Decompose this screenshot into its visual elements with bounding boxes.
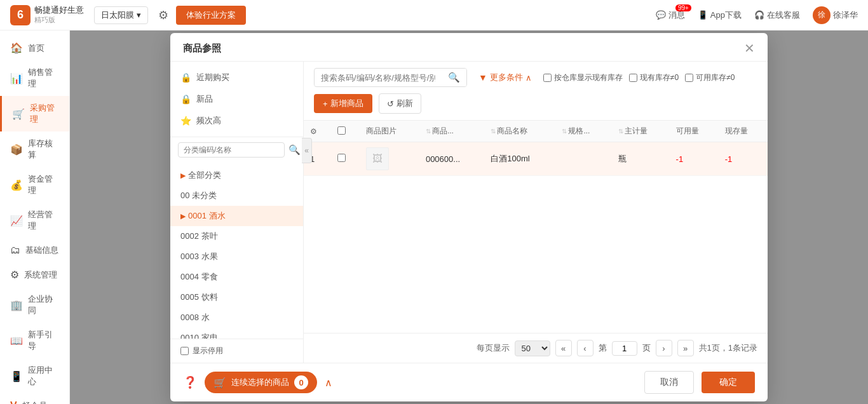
tab-recent-label: 近期购买	[196, 72, 229, 83]
show-disabled-checkbox[interactable]	[180, 347, 189, 355]
page-label: 第	[599, 342, 607, 354]
col-unit-sort-icon: ⇅	[618, 128, 623, 135]
tab-recent[interactable]: 🔒 近期购买	[170, 67, 303, 88]
filter-btn[interactable]: ▼ 更多条件 ∧	[473, 69, 537, 86]
col-spec-sort-icon: ⇅	[562, 128, 567, 135]
vip-icon: V	[10, 400, 17, 404]
checkbox-usable[interactable]	[685, 74, 693, 82]
checkbox-stock[interactable]	[543, 74, 552, 82]
category-search-input[interactable]	[178, 142, 285, 158]
modal-left-tabs: 🔒 近期购买 🔒 新品 ⭐ 频次高	[170, 62, 303, 137]
nav-right: 💬 消息 99+ 📱 App下载 🎧 在线客服 徐 徐泽华	[656, 6, 858, 24]
cat-0005[interactable]: 0005 饮料	[170, 287, 303, 307]
cat-00[interactable]: 00 未分类	[170, 185, 303, 206]
page-size-select[interactable]: 50 20 100	[515, 340, 550, 356]
col-stock: 现存量	[719, 121, 768, 142]
plus-icon: +	[323, 99, 328, 109]
cart-collapse-icon[interactable]: ∧	[325, 377, 332, 389]
cat-0008[interactable]: 0008 水	[170, 307, 303, 328]
sidebar-item-inventory[interactable]: 📦 库存核算	[0, 131, 69, 167]
checkbox-available[interactable]	[629, 74, 637, 82]
gear-icon[interactable]: ⚙	[158, 8, 168, 22]
logo-title: 畅捷通好生意	[34, 5, 84, 16]
cat-all[interactable]: ▶ 全部分类	[170, 165, 303, 185]
col-spec[interactable]: ⇅ 规格...	[555, 121, 611, 142]
cat-0001-arrow: ▶	[180, 212, 186, 220]
cat-0002[interactable]: 0002 茶叶	[170, 226, 303, 246]
app-download-btn[interactable]: 📱 App下载	[698, 10, 742, 21]
col-name[interactable]: ⇅ 商品名称	[484, 121, 555, 142]
system-icon: ⚙	[10, 269, 19, 281]
home-icon: 🏠	[10, 42, 23, 54]
modal-left-panel: 🔒 近期购买 🔒 新品 ⭐ 频次高	[170, 62, 304, 363]
add-product-label: 新增商品	[330, 98, 363, 109]
last-page-btn[interactable]: »	[677, 340, 694, 356]
product-search-input[interactable]	[315, 70, 442, 86]
help-icon[interactable]: ❓	[183, 375, 197, 389]
business-icon: 📈	[10, 215, 23, 227]
checkbox-available-label[interactable]: 现有库存≠0	[629, 72, 679, 83]
row-checkbox-cell[interactable]	[331, 142, 360, 176]
user-avatar[interactable]: 徐 徐泽华	[813, 6, 858, 24]
prev-page-btn[interactable]: ‹	[577, 340, 593, 356]
add-product-button[interactable]: + 新增商品	[314, 94, 372, 113]
sidebar-item-vip[interactable]: V 畅会员	[0, 394, 69, 404]
category-search-icon[interactable]: 🔍	[288, 144, 301, 156]
col-code[interactable]: ⇅ 商品...	[419, 121, 484, 142]
sidebar-label-appcenter: 应用中心	[28, 365, 59, 387]
refresh-label: 刷新	[397, 98, 413, 109]
cat-0003[interactable]: 0003 水果	[170, 246, 303, 267]
sidebar-item-finance[interactable]: 💰 资金管理	[0, 167, 69, 203]
purchase-icon: 🛒	[12, 108, 25, 120]
sidebar-item-enterprise[interactable]: 🏢 企业协同	[0, 287, 69, 323]
lock-icon-1: 🔒	[180, 72, 191, 83]
product-thumbnail: 🖼	[366, 147, 389, 170]
sidebar-item-home[interactable]: 🏠 首页	[0, 36, 69, 60]
modal-close-icon[interactable]: ✕	[744, 42, 755, 55]
sidebar-item-appcenter[interactable]: 📱 应用中心	[0, 358, 69, 394]
guide-icon: 📖	[10, 335, 23, 347]
messages-btn[interactable]: 💬 消息 99+	[656, 10, 685, 21]
avatar: 徐	[813, 6, 831, 24]
cat-0010[interactable]: 0010 家电	[170, 328, 303, 339]
sales-icon: 📊	[10, 72, 23, 84]
sidebar-item-purchase[interactable]: 🛒 采购管理	[0, 96, 69, 131]
phone-icon: 📱	[698, 10, 708, 20]
row-checkbox[interactable]	[337, 154, 346, 162]
tab-frequent[interactable]: ⭐ 频次高	[170, 110, 303, 131]
cat-0001[interactable]: ▶ 0001 酒水	[170, 206, 303, 226]
next-page-btn[interactable]: ›	[656, 340, 672, 356]
sidebar-label-enterprise: 企业协同	[28, 293, 59, 316]
sidebar-item-system[interactable]: ⚙ 系统管理	[0, 262, 69, 287]
sidebar-item-basic[interactable]: 🗂 基础信息	[0, 238, 69, 262]
refresh-button[interactable]: ↺ 刷新	[379, 93, 421, 114]
confirm-button[interactable]: 确定	[702, 372, 755, 393]
select-all-checkbox[interactable]	[337, 126, 346, 135]
row-image-cell: 🖼	[360, 142, 419, 176]
sidebar-item-business[interactable]: 📈 经营管理	[0, 203, 69, 238]
show-disabled-row: 显示停用	[170, 339, 303, 363]
store-selector[interactable]: 日太阳膜 ▾	[94, 6, 148, 24]
message-icon: 💬	[656, 10, 666, 20]
product-search-button[interactable]: 🔍	[442, 69, 466, 86]
cat-0002-label: 0002 茶叶	[180, 231, 218, 242]
basic-icon: 🗂	[10, 245, 20, 256]
chevron-down-icon: ▾	[137, 10, 141, 20]
trial-button[interactable]: 体验行业方案	[176, 6, 246, 25]
row-unit: 瓶	[612, 142, 670, 176]
online-service-btn[interactable]: 🎧 在线客服	[754, 10, 800, 21]
checkbox-usable-label[interactable]: 可用库存≠0	[685, 72, 735, 83]
cart-area[interactable]: 🛒 连续选择的商品 0	[205, 372, 317, 393]
tab-new[interactable]: 🔒 新品	[170, 88, 303, 110]
cancel-button[interactable]: 取消	[644, 371, 694, 394]
col-unit[interactable]: ⇅ 主计量	[612, 121, 670, 142]
first-page-btn[interactable]: «	[555, 340, 572, 356]
page-number-input[interactable]	[612, 341, 637, 356]
panel-collapse-btn[interactable]: «	[302, 138, 312, 163]
tab-new-label: 新品	[196, 93, 213, 105]
checkbox-stock-label[interactable]: 按仓库显示现有库存	[543, 72, 623, 83]
sidebar-item-sales[interactable]: 📊 销售管理	[0, 60, 69, 96]
table-row[interactable]: 1 🖼 000600... 白酒100ml 瓶	[304, 142, 768, 176]
cat-0004[interactable]: 0004 零食	[170, 267, 303, 287]
sidebar-item-guide[interactable]: 📖 新手引导	[0, 323, 69, 358]
